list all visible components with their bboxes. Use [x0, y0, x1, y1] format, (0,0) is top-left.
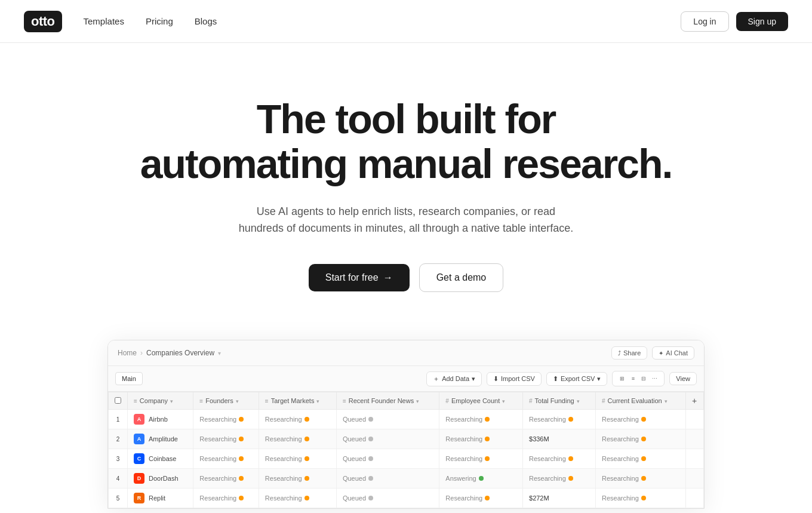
share-button[interactable]: ⤴ Share — [611, 346, 647, 360]
table-row: 1 A Airbnb Researching Researching Queue… — [109, 410, 704, 429]
row-add — [686, 429, 704, 449]
company-logo: C — [134, 453, 144, 464]
company-cell: C Coinbase — [128, 449, 193, 469]
col-total-funding: #Total Funding▾ — [523, 392, 596, 410]
row-number: 4 — [109, 469, 128, 489]
row-number: 3 — [109, 449, 128, 469]
chevron-down-icon: ▾ — [218, 350, 221, 357]
hero-subtitle: Use AI agents to help enrich lists, rese… — [233, 203, 579, 238]
founder-news-cell: Queued — [336, 429, 439, 449]
hero-title: The tool built for automating manual res… — [140, 97, 672, 186]
row-add — [686, 469, 704, 489]
demo-window: Home › Companies Overview ▾ ⤴ Share ✦ AI… — [107, 340, 705, 509]
company-cell: A Airbnb — [128, 410, 193, 429]
chevron-down-icon: ▾ — [472, 375, 475, 383]
nav-templates[interactable]: Templates — [84, 16, 124, 26]
get-demo-button[interactable]: Get a demo — [419, 263, 504, 292]
col-company: ≡Company▾ — [128, 392, 193, 410]
row-number: 1 — [109, 410, 128, 429]
total-funding-cell: Researching — [523, 449, 596, 469]
current-eval-cell: Researching — [596, 489, 686, 508]
founder-news-cell: Queued — [336, 410, 439, 429]
nav-pricing[interactable]: Pricing — [146, 16, 173, 26]
employee-count-cell: Researching — [439, 489, 523, 508]
founders-cell: Researching — [193, 429, 259, 449]
start-free-button[interactable]: Start for free → — [309, 264, 410, 291]
founders-cell: Researching — [193, 469, 259, 489]
company-logo: A — [134, 434, 144, 444]
col-recent-news: ≡Recent Founder News▾ — [336, 392, 439, 410]
grid-icon: ⊞ — [617, 374, 627, 383]
company-name: Airbnb — [149, 416, 168, 423]
select-all-checkbox[interactable] — [115, 397, 121, 404]
login-button[interactable]: Log in — [681, 11, 728, 32]
row-add — [686, 489, 704, 508]
nav-left: otto Templates Pricing Blogs — [24, 11, 217, 32]
current-eval-cell: Researching — [596, 429, 686, 449]
list-icon: ≡ — [628, 374, 638, 383]
import-icon: ⬇ — [493, 375, 499, 383]
export-csv-button[interactable]: ⬆ Export CSV ▾ — [546, 372, 607, 386]
row-number: 2 — [109, 429, 128, 449]
table-row: 5 R Replit Researching Researching Queue… — [109, 489, 704, 508]
ai-icon: ✦ — [659, 350, 663, 357]
target-markets-cell: Researching — [259, 469, 336, 489]
total-funding-cell: $272M — [523, 489, 596, 508]
nav-right: Log in Sign up — [681, 11, 788, 32]
company-name: Replit — [149, 494, 165, 502]
share-icon: ⤴ — [618, 350, 621, 357]
row-number: 5 — [109, 489, 128, 508]
table-row: 3 C Coinbase Researching Researching Que… — [109, 449, 704, 469]
col-founders: ≡Founders▾ — [193, 392, 259, 410]
data-table: ≡Company▾ ≡Founders▾ ≡Target Markets▾ ≡R… — [108, 392, 704, 508]
import-csv-button[interactable]: ⬇ Import CSV — [487, 372, 542, 386]
employee-count-cell: Researching — [439, 429, 523, 449]
company-cell: A Amplitude — [128, 429, 193, 449]
total-funding-cell: Researching — [523, 469, 596, 489]
target-markets-cell: Researching — [259, 429, 336, 449]
company-name: Amplitude — [149, 435, 178, 443]
breadcrumb: Home › Companies Overview ▾ — [118, 349, 221, 357]
add-data-button[interactable]: ＋ Add Data ▾ — [426, 371, 482, 386]
nav-blogs[interactable]: Blogs — [195, 16, 217, 26]
navigation: otto Templates Pricing Blogs Log in Sign… — [0, 0, 812, 43]
total-funding-cell: Researching — [523, 410, 596, 429]
signup-button[interactable]: Sign up — [736, 12, 788, 31]
ai-chat-button[interactable]: ✦ AI Chat — [652, 346, 694, 360]
chart-icon: ⊟ — [639, 374, 648, 383]
col-employee-count: #Employee Count▾ — [439, 392, 523, 410]
chevron-down-icon: ▾ — [597, 375, 601, 383]
breadcrumb-sep: › — [140, 349, 143, 357]
demo-toolbar: Main ＋ Add Data ▾ ⬇ Import CSV ⬆ Export … — [108, 366, 704, 392]
row-add — [686, 449, 704, 469]
current-eval-cell: Researching — [596, 449, 686, 469]
company-name: Coinbase — [149, 455, 176, 462]
founder-news-cell: Queued — [336, 469, 439, 489]
col-current-eval: #Current Evaluation▾ — [596, 392, 686, 410]
employee-count-cell: Researching — [439, 449, 523, 469]
founders-cell: Researching — [193, 449, 259, 469]
dots-icon: ⋯ — [650, 374, 659, 383]
col-add[interactable]: + — [686, 392, 704, 410]
founder-news-cell: Queued — [336, 489, 439, 508]
target-markets-cell: Researching — [259, 489, 336, 508]
view-button[interactable]: View — [669, 372, 697, 385]
company-logo: D — [134, 473, 144, 484]
col-target-markets: ≡Target Markets▾ — [259, 392, 336, 410]
row-add — [686, 410, 704, 429]
arrow-icon: → — [383, 272, 393, 283]
current-eval-cell: Researching — [596, 410, 686, 429]
topbar-actions: ⤴ Share ✦ AI Chat — [611, 346, 694, 360]
table-container: ≡Company▾ ≡Founders▾ ≡Target Markets▾ ≡R… — [108, 392, 704, 508]
company-cell: R Replit — [128, 489, 193, 508]
view-toggle[interactable]: ⊞ ≡ ⊟ ⋯ — [612, 371, 665, 386]
founders-cell: Researching — [193, 410, 259, 429]
demo-topbar: Home › Companies Overview ▾ ⤴ Share ✦ AI… — [108, 340, 704, 366]
logo[interactable]: otto — [24, 11, 62, 32]
tab-main[interactable]: Main — [115, 372, 143, 385]
employee-count-cell: Researching — [439, 410, 523, 429]
table-row: 2 A Amplitude Researching Researching Qu… — [109, 429, 704, 449]
company-logo: A — [134, 414, 144, 425]
employee-count-cell: Answering — [439, 469, 523, 489]
founders-cell: Researching — [193, 489, 259, 508]
